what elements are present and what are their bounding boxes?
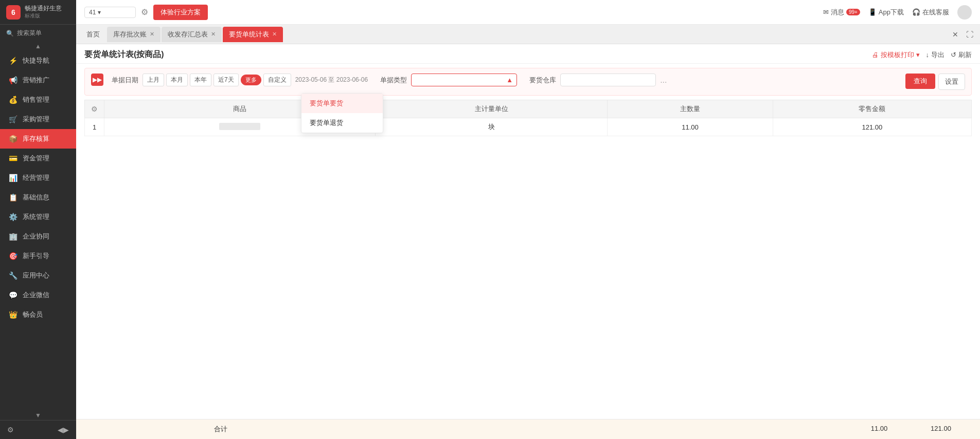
col-settings: ⚙	[85, 100, 104, 118]
sidebar-label-member: 畅会员	[23, 310, 43, 319]
filter-actions: 查询 设置	[905, 74, 965, 90]
custom-date-btn[interactable]: 自定义	[263, 74, 291, 86]
scroll-down[interactable]: ▼	[0, 411, 76, 420]
sidebar-item-system[interactable]: ⚙️系统管理	[0, 207, 76, 227]
tab-label-receive-summary: 收发存汇总表	[168, 30, 208, 39]
warehouse-filter-label: 要货仓库	[529, 76, 556, 85]
query-button[interactable]: 查询	[905, 74, 935, 89]
tab-label-home: 首页	[86, 30, 100, 39]
tab-order-stats[interactable]: 要货单统计表✕	[223, 27, 283, 42]
sidebar-item-guide[interactable]: 🎯新手引导	[0, 246, 76, 266]
row-index: 1	[85, 118, 104, 136]
footer-row: 合计 11.00 121.00	[84, 425, 972, 434]
search-label: 搜索菜单	[17, 29, 42, 38]
sidebar-icon-operation: 📊	[8, 174, 17, 182]
user-avatar[interactable]	[957, 5, 972, 20]
this-month-btn[interactable]: 本月	[166, 74, 188, 86]
expand-tab-btn[interactable]: ⛶	[964, 28, 976, 41]
sidebar-item-purchase[interactable]: 🛒采购管理	[0, 109, 76, 129]
print-btn[interactable]: 🖨 按模板打印 ▾	[872, 50, 920, 60]
app-download-btn[interactable]: 📱 App下载	[868, 8, 904, 17]
sidebar-item-enterprise[interactable]: 🏢企业协同	[0, 227, 76, 246]
sidebar-icon-guide: 🎯	[8, 252, 17, 260]
app-logo: 6 畅捷通好生意 标准版	[0, 0, 76, 25]
settings-button[interactable]: 设置	[938, 74, 965, 90]
headset-icon: 🎧	[912, 8, 920, 16]
phone-icon: 📱	[868, 8, 877, 16]
sidebar-label-operation: 经营管理	[23, 173, 49, 182]
more-filters-btn[interactable]: ...	[660, 76, 667, 85]
last-7days-btn[interactable]: 近7天	[213, 74, 239, 86]
company-chevron-icon: ▾	[98, 9, 101, 16]
messages-label: 消息	[831, 8, 844, 17]
online-service-label: 在线客服	[922, 8, 949, 17]
sidebar-item-operation[interactable]: 📊经营管理	[0, 168, 76, 188]
footer-collapse-icon[interactable]: ◀▶	[58, 426, 69, 434]
tab-close-order-stats[interactable]: ✕	[272, 31, 277, 38]
tab-close-receive-summary[interactable]: ✕	[211, 31, 216, 38]
sidebar-item-sales[interactable]: 💰销售管理	[0, 90, 76, 109]
sidebar-label-system: 系统管理	[23, 212, 49, 222]
print-label: 按模板打印	[881, 50, 914, 60]
close-tab-btn[interactable]: ✕	[949, 28, 961, 41]
type-select-input[interactable]	[411, 74, 517, 86]
page-header: 要货单统计表(按商品) 🖨 按模板打印 ▾ ↓ 导出 ↺ 刷新	[76, 44, 980, 64]
tabs-actions: ✕ ⛶	[949, 28, 976, 41]
export-label: 导出	[931, 50, 945, 60]
tab-receive-summary[interactable]: 收发存汇总表✕	[162, 27, 222, 42]
sidebar-icon-basic: 📋	[8, 193, 17, 202]
last-month-btn[interactable]: 上月	[142, 74, 164, 86]
refresh-btn[interactable]: ↺ 刷新	[951, 50, 972, 60]
export-btn[interactable]: ↓ 导出	[926, 50, 945, 60]
sidebar-item-member[interactable]: 👑畅会员	[0, 305, 76, 324]
dropdown-item-order-purchase[interactable]: 要货单要货	[301, 94, 383, 113]
filter-toggle-btn[interactable]: ▶▶	[91, 74, 103, 86]
sidebar-item-appstore[interactable]: 🔧应用中心	[0, 266, 76, 285]
sidebar-icon-sales: 💰	[8, 96, 17, 104]
topbar-settings-icon[interactable]: ⚙	[141, 7, 148, 17]
company-selector[interactable]: 41 ▾	[84, 7, 136, 18]
warehouse-input[interactable]	[560, 74, 656, 86]
page-content: 要货单统计表(按商品) 🖨 按模板打印 ▾ ↓ 导出 ↺ 刷新 ▶▶	[76, 44, 980, 439]
col-quantity: 主数量	[608, 100, 773, 118]
tab-batch-account[interactable]: 库存批次账✕	[107, 27, 161, 42]
sidebar-item-basic[interactable]: 📋基础信息	[0, 188, 76, 207]
footer-settings-icon[interactable]: ⚙	[7, 426, 14, 434]
refresh-label: 刷新	[958, 50, 972, 60]
type-dropdown: 要货单要货要货单退货	[301, 93, 383, 133]
sidebar-icon-system: ⚙️	[8, 213, 17, 221]
data-table: ⚙ 商品 主计量单位 主数量 零售金额 1 块 11.00 121.00	[84, 100, 972, 136]
sidebar-item-finance[interactable]: 💳资金管理	[0, 149, 76, 168]
scroll-up[interactable]: ▲	[0, 42, 76, 51]
print-chevron-icon: ▾	[916, 51, 920, 59]
filter-section: 单据日期 上月 本月 本年 近7天 更多 自定义 2023-05-06 至 20…	[112, 74, 897, 86]
type-filter-label: 单据类型	[380, 76, 407, 85]
online-service-btn[interactable]: 🎧 在线客服	[912, 8, 949, 17]
more-dates-btn[interactable]: 更多	[241, 75, 261, 85]
sidebar-label-guide: 新手引导	[23, 251, 49, 261]
app-name: 畅捷通好生意	[25, 5, 62, 13]
sidebar-icon-member: 👑	[8, 310, 17, 319]
topbar-left: 41 ▾ ⚙ 体验行业方案	[84, 5, 823, 20]
page-header-actions: 🖨 按模板打印 ▾ ↓ 导出 ↺ 刷新	[872, 50, 972, 60]
sidebar: 6 畅捷通好生意 标准版 🔍 搜索菜单 ▲ ⚡快捷导航📢营销推广💰销售管理🛒采购…	[0, 0, 76, 439]
row-amount: 121.00	[773, 118, 971, 136]
trial-button[interactable]: 体验行业方案	[153, 5, 208, 20]
topbar-right: ✉ 消息 99+ 📱 App下载 🎧 在线客服	[823, 5, 972, 20]
sidebar-item-marketing[interactable]: 📢营销推广	[0, 70, 76, 90]
main-area: 41 ▾ ⚙ 体验行业方案 ✉ 消息 99+ 📱 App下载 🎧 在线客服	[76, 0, 980, 439]
this-year-btn[interactable]: 本年	[190, 74, 211, 86]
messages-btn[interactable]: ✉ 消息 99+	[823, 8, 860, 17]
dropdown-item-order-return[interactable]: 要货单退货	[301, 113, 383, 133]
sidebar-item-wechat[interactable]: 💬企业微信	[0, 285, 76, 305]
app-download-label: App下载	[879, 8, 904, 17]
search-menu[interactable]: 🔍 搜索菜单	[0, 25, 76, 42]
tab-close-batch-account[interactable]: ✕	[150, 31, 154, 38]
tab-home[interactable]: 首页	[80, 27, 106, 42]
column-settings-icon[interactable]: ⚙	[91, 105, 98, 113]
sidebar-item-inventory[interactable]: 📦库存核算	[0, 129, 76, 149]
message-icon: ✉	[823, 8, 829, 16]
sidebar-icon-enterprise: 🏢	[8, 232, 17, 241]
row-quantity: 11.00	[608, 118, 773, 136]
sidebar-item-quick-nav[interactable]: ⚡快捷导航	[0, 51, 76, 70]
